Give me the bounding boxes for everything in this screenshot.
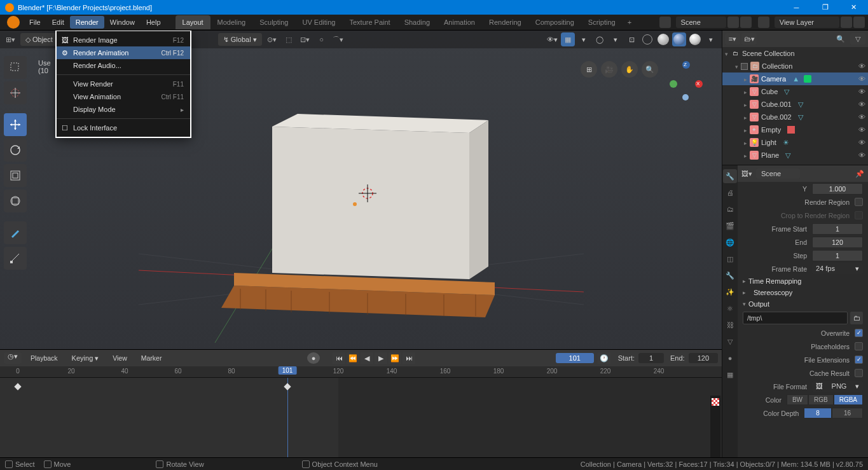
outliner-collection[interactable]: 🗀Collection👁 <box>722 60 868 73</box>
menu-render-audio[interactable]: Render Audio... <box>57 59 190 72</box>
tab-modeling[interactable]: Modeling <box>210 15 253 29</box>
eye-icon[interactable]: 👁 <box>858 100 865 108</box>
menu-render-image[interactable]: 🖼Render ImageF12 <box>57 34 190 46</box>
search-icon[interactable]: 🔍 <box>835 33 846 45</box>
menu-display-mode[interactable]: Display Mode▸ <box>57 103 190 116</box>
menu-edit[interactable]: Edit <box>46 16 70 29</box>
proportional-type-icon[interactable]: ⌒▾ <box>332 33 345 46</box>
eye-icon[interactable]: 👁 <box>858 113 865 121</box>
keyframe-prev-button[interactable]: ⏪ <box>347 352 359 364</box>
tab-render-props[interactable]: 🔧 <box>723 169 737 183</box>
editor-type-icon[interactable]: ⊞▾ <box>4 33 17 46</box>
tab-animation[interactable]: Animation <box>437 15 482 29</box>
placeholders-chk[interactable] <box>855 342 863 350</box>
keyframe-next-button[interactable]: ⏩ <box>389 352 401 364</box>
outliner-cube[interactable]: ▽Cube▽👁 <box>722 85 868 98</box>
menu-render-animation[interactable]: ⚙Render AnimationCtrl F12 <box>57 46 190 59</box>
tab-layout[interactable]: Layout <box>176 15 210 29</box>
scale-tool[interactable] <box>4 164 27 187</box>
close-button[interactable]: ✕ <box>839 0 868 15</box>
scene-selector[interactable]: Scene <box>676 17 726 28</box>
visibility-icon[interactable]: 👁▾ <box>545 32 559 46</box>
gizmo-toggle[interactable]: ▦ <box>561 32 575 46</box>
rotate-tool[interactable] <box>4 139 27 162</box>
timeline-ruler[interactable]: 0 20 40 60 80 100 101 120 140 160 180 20… <box>0 366 722 378</box>
tab-scene-props[interactable]: 🎬 <box>723 219 737 233</box>
maximize-button[interactable]: ❐ <box>811 0 839 15</box>
overwrite-chk[interactable] <box>855 329 863 337</box>
tab-constraint-props[interactable]: ⛓ <box>723 318 737 332</box>
menu-file[interactable]: File <box>24 16 46 29</box>
aspect-y[interactable]: 1.000 <box>812 183 863 195</box>
shading-matprev-icon[interactable] <box>672 32 686 46</box>
tab-output-props[interactable]: 🖨 <box>723 186 737 200</box>
timeline-type-icon[interactable]: ◷▾ <box>4 352 22 364</box>
file-ext-chk[interactable] <box>855 356 863 364</box>
tl-marker[interactable]: Marker <box>136 354 167 362</box>
current-frame[interactable]: 101 <box>556 353 594 363</box>
tab-physics-props[interactable]: ⚛ <box>723 301 737 315</box>
overlay-options-icon[interactable]: ▾ <box>609 32 623 46</box>
mode-select[interactable]: ◇ Object <box>20 33 58 46</box>
snap-icon[interactable]: ⬚ <box>282 33 295 46</box>
file-format-select[interactable]: 🖼 PNG▾ <box>812 381 863 392</box>
scene-del-icon[interactable] <box>740 17 752 28</box>
tl-keying[interactable]: Keying ▾ <box>67 354 104 362</box>
tab-object-props[interactable]: ◫ <box>723 252 737 266</box>
tab-texpaint[interactable]: Texture Paint <box>342 15 397 29</box>
props-context[interactable]: Scene <box>756 169 800 179</box>
menu-lock-interface[interactable]: ☐Lock Interface <box>57 121 190 134</box>
timeline-summary-icon[interactable] <box>710 396 720 457</box>
eye-icon[interactable]: 👁 <box>858 88 865 95</box>
tl-view[interactable]: View <box>107 354 132 362</box>
outliner-root[interactable]: 🗀Scene Collection <box>722 47 868 60</box>
cache-chk[interactable] <box>855 369 863 377</box>
pin-icon[interactable]: 📌 <box>855 170 864 178</box>
outliner-plane[interactable]: ▽Plane▽👁 <box>722 149 868 162</box>
prop-frame-step[interactable]: 1 <box>812 250 863 261</box>
outliner-display-icon[interactable]: 🗁▾ <box>741 33 757 45</box>
output-path[interactable] <box>743 312 848 324</box>
output-panel[interactable]: Output <box>738 298 868 310</box>
zoom-mag-button[interactable]: 🔍 <box>642 61 658 78</box>
menu-render[interactable]: Render <box>70 16 104 29</box>
transform-tool[interactable] <box>4 190 27 212</box>
depth-8[interactable]: 8 <box>804 408 832 418</box>
folder-icon[interactable]: 🗀 <box>850 312 863 324</box>
color-rgba[interactable]: RGBA <box>834 394 863 405</box>
outliner-empty[interactable]: ✦Empty👁 <box>722 123 868 136</box>
play-rev-button[interactable]: ◀ <box>361 352 373 364</box>
color-rgb[interactable]: RGB <box>808 394 834 405</box>
measure-tool[interactable] <box>4 247 27 270</box>
menu-window[interactable]: Window <box>104 16 141 29</box>
cursor-tool[interactable] <box>4 81 27 104</box>
viewlayer-new-icon[interactable] <box>841 17 852 28</box>
pivot-icon[interactable]: ⊙▾ <box>266 33 279 46</box>
tab-material-props[interactable]: ● <box>723 351 737 365</box>
camera-view-button[interactable]: 🎥 <box>601 61 617 78</box>
select-box-tool[interactable] <box>4 56 27 79</box>
tab-add[interactable]: + <box>623 18 637 26</box>
annotate-tool[interactable] <box>4 221 27 244</box>
operator-redo-panel[interactable]: Use (10 <box>38 59 51 74</box>
3d-viewport[interactable]: ⊞▾ ◇ Object ↯ Global ▾ ⊙▾ ⬚ ⊡▾ ○ ⌒▾ 👁▾ ▦… <box>0 31 722 349</box>
menu-help[interactable]: Help <box>141 16 167 29</box>
zoom-button[interactable]: ⊞ <box>581 61 597 78</box>
outliner-light[interactable]: 💡Light☀👁 <box>722 136 868 149</box>
scene-browse-icon[interactable] <box>659 17 671 28</box>
outliner-cube002[interactable]: ▽Cube.002▽👁 <box>722 111 868 123</box>
tab-data-props[interactable]: ▽ <box>723 335 737 349</box>
tab-particle-props[interactable]: ✨ <box>723 285 737 299</box>
xray-icon[interactable]: ⊡ <box>624 32 638 46</box>
eye-icon[interactable]: 👁 <box>858 139 865 146</box>
crop-chk[interactable] <box>855 211 863 219</box>
shading-render-icon[interactable] <box>688 32 702 46</box>
outliner-camera[interactable]: 🎥Camera▲👁 <box>722 73 868 85</box>
snap-type-icon[interactable]: ⊡▾ <box>299 33 312 46</box>
eye-icon[interactable]: 👁 <box>858 126 865 134</box>
proportional-icon[interactable]: ○ <box>315 33 328 46</box>
jump-end-button[interactable]: ⏭ <box>403 352 415 364</box>
gizmo-options-icon[interactable]: ▾ <box>577 32 591 46</box>
outliner-type-icon[interactable]: ≡▾ <box>725 33 740 45</box>
pan-button[interactable]: ✋ <box>621 61 638 78</box>
